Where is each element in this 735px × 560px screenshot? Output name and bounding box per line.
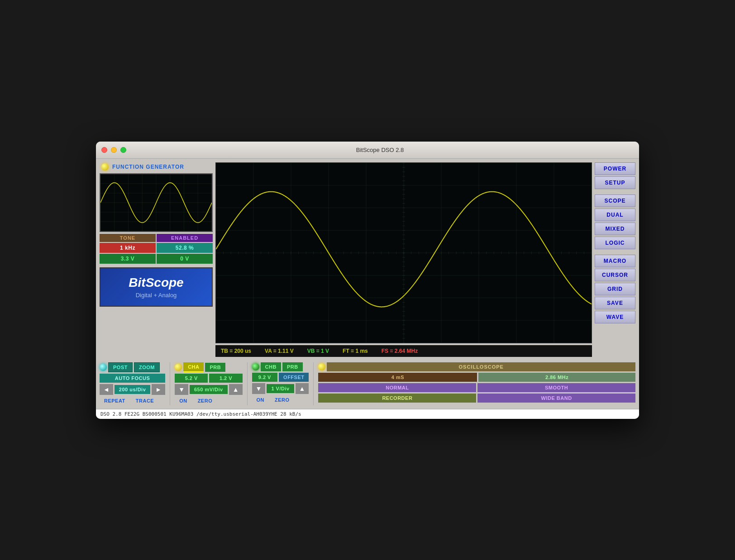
status-vb: VB = 1 V [307, 348, 329, 354]
cha-down-arrow[interactable]: ▼ [175, 384, 188, 395]
maximize-button[interactable] [120, 147, 126, 153]
cha-div[interactable]: 650 mV/Div [190, 385, 228, 394]
timebase-section: POST ZOOM AUTO FOCUS ◄ 200 us/Div ► REPE… [100, 362, 165, 405]
func-gen-header: FUNCTION GENERATOR [100, 162, 213, 171]
voltage-button[interactable]: 3.3 V [100, 254, 156, 264]
grid-button[interactable]: GRID [595, 283, 635, 295]
chb-bottom-row: ON ZERO [252, 395, 309, 404]
duty-button[interactable]: 52.8 % [157, 243, 213, 253]
traffic-lights [101, 147, 126, 153]
timebase-value[interactable]: 200 us/Div [115, 385, 150, 394]
recorder-button[interactable]: RECORDER [318, 394, 476, 403]
right-panel: POWER SETUP SCOPE DUAL MIXED LOGIC MACRO… [595, 162, 635, 357]
osc-label: OSCILLOSCOPE [327, 362, 635, 371]
status-text: DSO 2.8 FE22G BS000501 KU96MA03 /dev/tty… [100, 411, 301, 417]
timebase-bottom-row: REPEAT TRACE [100, 396, 165, 405]
sep3 [313, 362, 314, 405]
cha-bottom-row: ON ZERO [175, 396, 242, 405]
status-va: VA = 1.11 V [265, 348, 294, 354]
close-button[interactable] [101, 147, 107, 153]
osc-extra-row: RECORDER WIDE BAND [318, 394, 635, 403]
cha-on-button[interactable]: ON [175, 396, 192, 405]
func-gen-led [101, 163, 109, 171]
chb-button[interactable]: CHB [261, 362, 281, 371]
timebase-top-row: POST ZOOM [100, 362, 165, 372]
bitscope-logo: BitScope Digital + Analog [100, 267, 213, 307]
osc-freq[interactable]: 2.86 MHz [478, 373, 635, 382]
sep2 [247, 362, 248, 405]
chb-down-arrow[interactable]: ▼ [252, 383, 266, 394]
mini-scope-canvas [100, 174, 212, 231]
scope-canvas [216, 163, 592, 343]
cha-up-arrow[interactable]: ▲ [229, 384, 243, 395]
timebase-div-row: ◄ 200 us/Div ► [100, 384, 165, 395]
title-bar: BitScope DSO 2.8 [96, 142, 639, 159]
timebase-up-arrow[interactable]: ► [152, 384, 165, 395]
scope-status: TB = 200 us VA = 1.11 V VB = 1 V FT = 1 … [215, 345, 592, 357]
post-button[interactable]: POST [108, 362, 133, 372]
window-title: BitScope DSO 2.8 [126, 147, 634, 153]
cha-val1[interactable]: 5.2 V [175, 374, 208, 383]
repeat-button[interactable]: REPEAT [100, 396, 130, 405]
chb-up-arrow[interactable]: ▲ [296, 383, 309, 394]
setup-button[interactable]: SETUP [595, 176, 635, 189]
offset-button[interactable]: 0 V [157, 254, 213, 264]
status-tb: TB = 200 us [221, 348, 251, 354]
scope-display [215, 162, 592, 343]
mini-scope-display [100, 173, 213, 232]
zoom-button[interactable]: ZOOM [134, 362, 160, 372]
auto-focus-button[interactable]: AUTO FOCUS [100, 374, 165, 383]
freq-button[interactable]: 1 kHz [100, 243, 156, 253]
timebase-led [100, 364, 107, 371]
save-button[interactable]: SAVE [595, 297, 635, 309]
status-fs: FS = 2.64 MHz [382, 348, 418, 354]
osc-mode-row: NORMAL SMOOTH [318, 383, 635, 392]
osc-val-row: 4 mS 2.86 MHz [318, 373, 635, 382]
normal-button[interactable]: NORMAL [318, 383, 476, 392]
cha-button[interactable]: CHA [183, 362, 204, 372]
cha-prb-button[interactable]: PRB [205, 363, 225, 372]
cha-top-row: CHA PRB [175, 362, 242, 372]
status-bar: DSO 2.8 FE22G BS000501 KU96MA03 /dev/tty… [96, 409, 639, 419]
sep1 [170, 362, 170, 405]
chb-zero-button[interactable]: ZERO [270, 395, 294, 404]
macro-button[interactable]: MACRO [595, 255, 635, 267]
cha-section: CHA PRB 5.2 V 1.2 V ▼ 650 mV/Div ▲ ON ZE… [175, 362, 242, 405]
center-panel: TB = 200 us VA = 1.11 V VB = 1 V FT = 1 … [215, 162, 592, 357]
trace-button[interactable]: TRACE [131, 396, 158, 405]
wave-button[interactable]: WAVE [595, 311, 635, 323]
osc-led [318, 363, 325, 370]
wide-band-button[interactable]: WIDE BAND [477, 394, 635, 403]
chb-section: CHB PRB 9.2 V OFFSET ▼ 1 V/Div ▲ ON ZERO [252, 362, 309, 405]
scope-button[interactable]: SCOPE [595, 195, 635, 207]
timebase-down-arrow[interactable]: ◄ [100, 384, 113, 395]
bottom-controls: POST ZOOM AUTO FOCUS ◄ 200 us/Div ► REPE… [96, 361, 639, 409]
mixed-button[interactable]: MIXED [595, 223, 635, 235]
chb-offset[interactable]: OFFSET [279, 373, 309, 382]
tone-label: TONE [100, 234, 156, 242]
chb-on-button[interactable]: ON [252, 395, 269, 404]
chb-div[interactable]: 1 V/Div [267, 384, 294, 393]
cha-val2[interactable]: 1.2 V [209, 374, 242, 383]
chb-prb-button[interactable]: PRB [282, 362, 303, 371]
chb-top-row: CHB PRB [252, 362, 309, 371]
smooth-button[interactable]: SMOOTH [477, 383, 635, 392]
func-gen-title: FUNCTION GENERATOR [112, 164, 184, 170]
osc-time[interactable]: 4 mS [318, 373, 477, 382]
bitscope-name: BitScope [108, 275, 205, 290]
logic-button[interactable]: LOGIC [595, 237, 635, 249]
cursor-button[interactable]: CURSOR [595, 269, 635, 281]
cha-zero-button[interactable]: ZERO [193, 396, 217, 405]
status-ft: FT = 1 ms [343, 348, 368, 354]
osc-section: OSCILLOSCOPE 4 mS 2.86 MHz NORMAL SMOOTH… [318, 362, 635, 405]
cha-div-row: ▼ 650 mV/Div ▲ [175, 384, 242, 395]
minimize-button[interactable] [111, 147, 117, 153]
func-gen-controls: TONE ENABLED 1 kHz 52.8 % 3.3 V 0 V [100, 234, 213, 264]
bitscope-sub: Digital + Analog [108, 292, 205, 299]
dual-button[interactable]: DUAL [595, 209, 635, 221]
app-window: BitScope DSO 2.8 FUNCTION GENERATOR TONE… [96, 142, 639, 419]
chb-led [252, 363, 259, 370]
chb-val-row: 9.2 V OFFSET [252, 373, 309, 382]
power-button[interactable]: POWER [595, 162, 635, 175]
chb-val1[interactable]: 9.2 V [252, 373, 278, 382]
